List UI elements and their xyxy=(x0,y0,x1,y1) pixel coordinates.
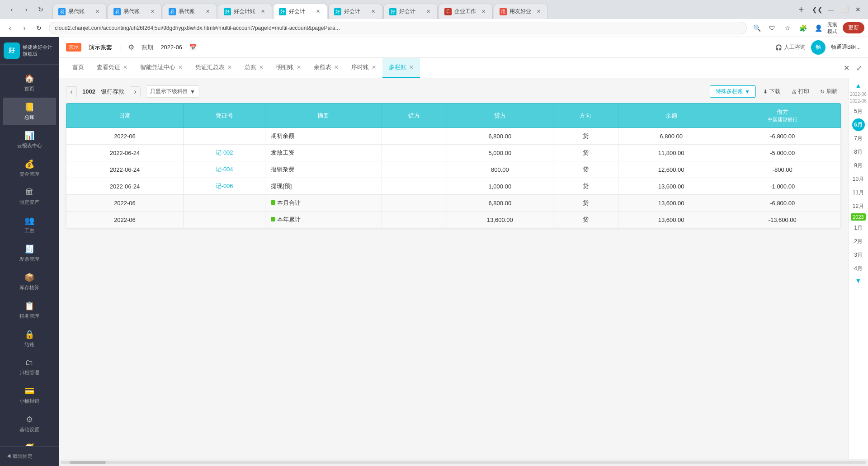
nav-tab-close-voucher-view[interactable]: ✕ xyxy=(123,64,127,71)
voucher-link[interactable]: 记-002 xyxy=(216,149,233,156)
unpin-button[interactable]: ◀ 取消固定 xyxy=(4,450,55,462)
sidebar-item-settings[interactable]: ⚙ 基础设置 xyxy=(3,410,56,438)
browser-tab-t6[interactable]: 好 好会计 ✕ xyxy=(328,4,382,19)
nav-tab-balance[interactable]: 余额表✕ xyxy=(307,58,345,78)
tab-close-icon[interactable]: ✕ xyxy=(314,8,321,15)
nav-tab-voucher-summary[interactable]: 凭证汇总表✕ xyxy=(189,58,238,78)
browser-tab-t8[interactable]: C 企业工作 ✕ xyxy=(439,4,493,19)
user-profile-icon[interactable]: 👤 xyxy=(812,22,825,34)
sidebar-item-asset[interactable]: 🏛 固定资产 xyxy=(3,183,56,210)
browser-tab-t4[interactable]: 好 好会计账 ✕ xyxy=(218,4,272,19)
cell-voucher[interactable]: 记-006 xyxy=(183,178,265,195)
browser-tab-t3[interactable]: 易 易代账 ✕ xyxy=(163,4,217,19)
nav-tab-smart-voucher[interactable]: 智能凭证中心✕ xyxy=(134,58,189,78)
nav-tab-close-smart-voucher[interactable]: ✕ xyxy=(178,64,183,71)
update-button[interactable]: 更新 xyxy=(843,22,864,33)
nav-tab-detail-ledger[interactable]: 明细账✕ xyxy=(270,58,307,78)
cell-voucher[interactable]: 记-002 xyxy=(183,145,265,161)
sidebar-item-inventory[interactable]: 📦 库存核算 xyxy=(3,268,56,296)
calendar-up-arrow[interactable]: ▲ xyxy=(854,80,863,91)
search-icon[interactable]: 🔍 xyxy=(750,22,763,34)
nav-tab-close-voucher-summary[interactable]: ✕ xyxy=(227,64,232,71)
scroll-thumb[interactable] xyxy=(70,461,106,464)
sidebar-item-tax[interactable]: 📋 税务管理 xyxy=(3,297,56,324)
next-account-button[interactable]: › xyxy=(130,86,141,97)
tab-close-icon[interactable]: ✕ xyxy=(480,8,487,15)
cal-year-marker[interactable]: 2023 xyxy=(851,213,865,221)
nav-tab-close-multi-column[interactable]: ✕ xyxy=(409,64,414,71)
sidebar-item-ledger[interactable]: 📒 总账 xyxy=(3,98,56,125)
browser-tab-t2[interactable]: 易 易代账 ✕ xyxy=(108,4,162,19)
cal-month-4月[interactable]: 4月 xyxy=(850,262,867,275)
tab-close-icon[interactable]: ✕ xyxy=(259,8,266,15)
nav-tab-home[interactable]: 首页 xyxy=(66,58,90,78)
tab-close-icon[interactable]: ✕ xyxy=(94,8,101,15)
sidebar-item-home[interactable]: 🏠 首页 xyxy=(3,69,56,97)
cal-month-11月[interactable]: 11月 xyxy=(850,186,867,199)
sidebar-item-archive[interactable]: 🗂 归档管理 xyxy=(3,353,56,381)
nav-tab-close-detail-ledger[interactable]: ✕ xyxy=(297,64,301,71)
nav-tab-close-balance[interactable]: ✕ xyxy=(334,64,339,71)
refresh-button[interactable]: ↻ 刷新 xyxy=(816,85,841,98)
nav-tab-multi-column[interactable]: 多栏账✕ xyxy=(382,58,420,78)
sidebar-item-report[interactable]: 📊 云报表中心 xyxy=(3,126,56,154)
sidebar-item-salary[interactable]: 👥 工资 xyxy=(3,211,56,239)
browser-tab-t7[interactable]: 好 好会计 ✕ xyxy=(383,4,438,19)
tab-close-icon[interactable]: ✕ xyxy=(535,8,542,15)
cal-month-12月[interactable]: 12月 xyxy=(850,200,867,212)
addr-forward-button[interactable]: › xyxy=(18,22,31,34)
new-tab-button[interactable]: + xyxy=(795,3,807,16)
sidebar-item-fund[interactable]: 💰 资金管理 xyxy=(3,155,56,182)
special-multicolumn-button[interactable]: 特殊多栏账 ▼ xyxy=(710,85,756,98)
calendar-down-arrow[interactable]: ▼ xyxy=(854,275,863,286)
cal-month-3月[interactable]: 3月 xyxy=(850,249,867,261)
calendar-icon[interactable]: 📅 xyxy=(189,44,197,51)
nav-tab-general-ledger[interactable]: 总账✕ xyxy=(238,58,270,78)
reload-button[interactable]: ↻ xyxy=(34,3,47,16)
cell-voucher[interactable]: 记-004 xyxy=(183,161,265,178)
minimize-button[interactable]: — xyxy=(825,3,837,16)
download-button[interactable]: ⬇ 下载 xyxy=(760,85,784,98)
tab-close-icon[interactable]: ✕ xyxy=(149,8,156,15)
shield-icon[interactable]: 🛡 xyxy=(766,22,778,34)
cal-month-5月[interactable]: 5月 xyxy=(850,105,867,118)
horizontal-scrollbar[interactable] xyxy=(59,459,868,466)
consult-button[interactable]: 🎧 人工咨询 xyxy=(775,43,806,51)
browser-tab-t5[interactable]: 好 好会计 ✕ xyxy=(273,4,327,19)
voucher-link[interactable]: 记-006 xyxy=(216,183,233,189)
wuhen-mode-btn[interactable]: 无痕模式 xyxy=(827,22,840,34)
cal-month-6月[interactable]: 6月 xyxy=(852,118,865,131)
cal-month-2月[interactable]: 2月 xyxy=(850,235,867,248)
close-browser-button[interactable]: ✕ xyxy=(852,3,864,16)
cal-month-10月[interactable]: 10月 xyxy=(850,173,867,185)
print-button[interactable]: 🖨 打印 xyxy=(788,85,813,98)
restore-button[interactable]: ⬜ xyxy=(838,3,851,16)
cal-month-9月[interactable]: 9月 xyxy=(850,159,867,172)
sidebar-item-close[interactable]: 🔒 结账 xyxy=(3,325,56,353)
sidebar-item-expense[interactable]: 💳 小畅报销 xyxy=(3,381,56,409)
nav-tab-close-sequence-ledger[interactable]: ✕ xyxy=(372,64,376,71)
cal-month-1月[interactable]: 1月 xyxy=(850,221,867,234)
address-input[interactable] xyxy=(49,22,747,34)
sidebar-item-guide[interactable]: 🧭 新手引导 xyxy=(3,438,56,446)
nav-tab-close-general-ledger[interactable]: ✕ xyxy=(259,64,264,71)
collapse-panel-button[interactable]: ✕ xyxy=(841,62,852,73)
filter-dropdown[interactable]: 只显示下级科目 ▼ xyxy=(146,85,199,98)
settings-gear-icon[interactable]: ⚙ xyxy=(128,43,134,52)
star-icon[interactable]: ☆ xyxy=(781,22,794,34)
prev-account-button[interactable]: ‹ xyxy=(66,86,77,97)
back-button[interactable]: ‹ xyxy=(5,3,18,16)
cal-month-8月[interactable]: 8月 xyxy=(850,146,867,158)
voucher-link[interactable]: 记-004 xyxy=(216,166,233,173)
browser-tab-t1[interactable]: 易 易代账 ✕ xyxy=(52,4,107,19)
addr-reload-button[interactable]: ↻ xyxy=(33,22,45,34)
sidebar-item-invoice[interactable]: 🧾 发票管理 xyxy=(3,240,56,267)
extensions-icon[interactable]: 🧩 xyxy=(797,22,809,34)
nav-tab-voucher-view[interactable]: 查看凭证✕ xyxy=(90,58,134,78)
cal-month-7月[interactable]: 7月 xyxy=(850,132,867,145)
expand-panel-button[interactable]: ⤢ xyxy=(854,62,864,73)
nav-tab-sequence-ledger[interactable]: 序时账✕ xyxy=(345,58,382,78)
tab-close-icon[interactable]: ✕ xyxy=(204,8,211,15)
tab-close-icon[interactable]: ✕ xyxy=(369,8,377,15)
forward-button[interactable]: › xyxy=(20,3,33,16)
